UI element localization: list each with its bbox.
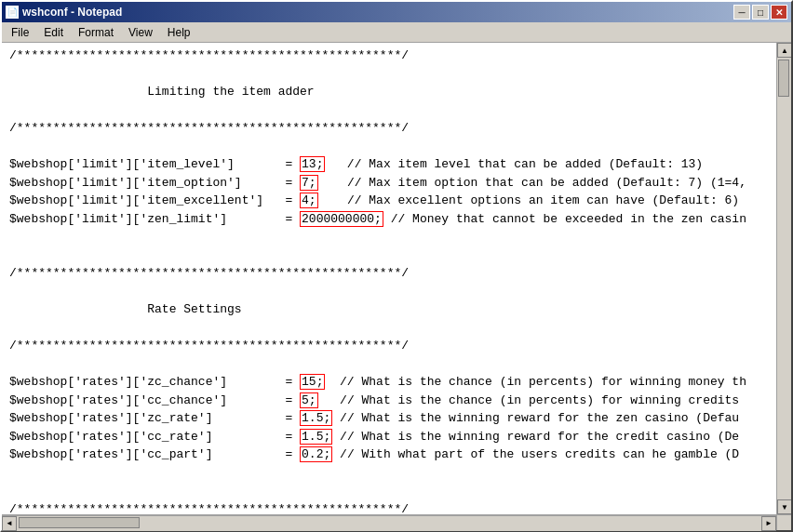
bottom-area: ◄ ► — [2, 514, 791, 530]
menu-view[interactable]: View — [121, 24, 160, 41]
title-bar: 📄 wshconf - Notepad ─ □ ✕ — [2, 2, 791, 22]
main-window: 📄 wshconf - Notepad ─ □ ✕ File Edit Form… — [0, 0, 793, 532]
title-buttons: ─ □ ✕ — [733, 5, 787, 20]
title-bar-left: 📄 wshconf - Notepad — [6, 6, 122, 19]
menu-bar: File Edit Format View Help — [2, 22, 791, 43]
vertical-scrollbar[interactable]: ▲ ▼ — [776, 43, 791, 514]
menu-edit[interactable]: Edit — [36, 24, 71, 41]
menu-help[interactable]: Help — [160, 24, 198, 41]
scroll-track-v[interactable] — [777, 58, 791, 499]
text-editor[interactable]: /***************************************… — [2, 43, 776, 514]
editor-area: /***************************************… — [2, 43, 791, 514]
close-button[interactable]: ✕ — [771, 5, 787, 20]
scroll-track-h[interactable] — [17, 516, 761, 531]
scroll-left-button[interactable]: ◄ — [2, 516, 17, 531]
scroll-right-button[interactable]: ► — [761, 516, 776, 531]
maximize-button[interactable]: □ — [752, 5, 769, 20]
scrollbar-corner — [776, 515, 791, 530]
scroll-thumb-v[interactable] — [778, 60, 789, 97]
horizontal-scrollbar[interactable]: ◄ ► — [2, 515, 776, 530]
window-title: wshconf - Notepad — [22, 6, 122, 19]
minimize-button[interactable]: ─ — [733, 5, 750, 20]
scroll-up-button[interactable]: ▲ — [777, 43, 791, 58]
menu-file[interactable]: File — [4, 24, 36, 41]
app-icon: 📄 — [6, 6, 19, 19]
menu-format[interactable]: Format — [71, 24, 121, 41]
scroll-thumb-h[interactable] — [19, 517, 140, 528]
scroll-down-button[interactable]: ▼ — [777, 499, 791, 514]
line-separator-1: /***************************************… — [9, 48, 746, 514]
